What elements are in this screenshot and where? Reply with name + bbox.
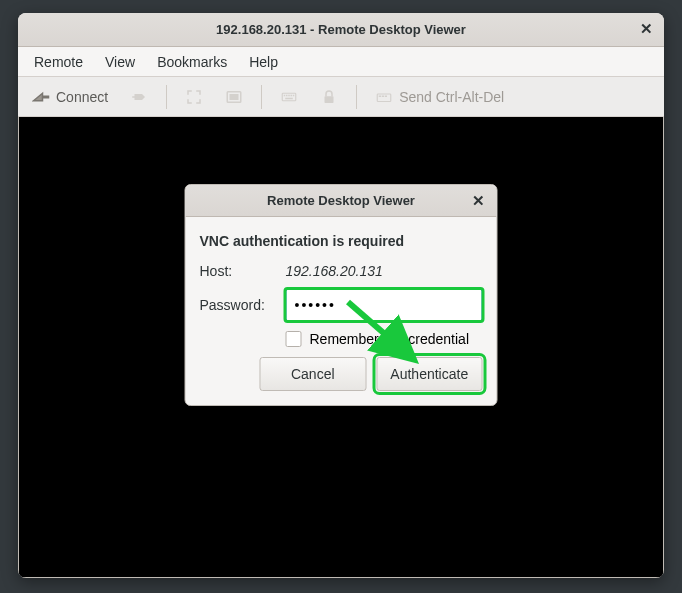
password-row: Password:	[200, 289, 483, 321]
authenticate-button[interactable]: Authenticate	[376, 357, 483, 391]
connect-label: Connect	[56, 89, 108, 105]
toolbar-separator-2	[261, 85, 262, 109]
svg-rect-0	[132, 96, 135, 98]
auth-dialog: Remote Desktop Viewer ✕ VNC authenticati…	[185, 184, 498, 406]
toolbar: Connect Send Ctrl-Alt-Del	[18, 77, 664, 117]
host-value: 192.168.20.131	[286, 263, 383, 279]
lock-button	[312, 84, 346, 110]
host-row: Host: 192.168.20.131	[200, 263, 483, 279]
toolbar-separator	[166, 85, 167, 109]
dialog-title: Remote Desktop Viewer	[267, 193, 415, 208]
menu-remote[interactable]: Remote	[24, 50, 93, 74]
svg-rect-10	[325, 96, 334, 103]
svg-rect-11	[377, 94, 391, 102]
send-cad-label: Send Ctrl-Alt-Del	[399, 89, 504, 105]
password-label: Password:	[200, 297, 286, 313]
dialog-close-button[interactable]: ✕	[469, 191, 489, 211]
window-titlebar: 192.168.20.131 - Remote Desktop Viewer ✕	[18, 13, 664, 47]
dialog-button-row: Cancel Authenticate	[260, 357, 483, 391]
connect-icon	[32, 88, 50, 106]
dialog-header: VNC authentication is required	[200, 233, 483, 249]
window-close-button[interactable]: ✕	[636, 19, 656, 39]
svg-rect-13	[382, 95, 384, 97]
fullscreen-button	[177, 84, 211, 110]
screenshot-button	[217, 84, 251, 110]
screenshot-icon	[225, 88, 243, 106]
svg-rect-14	[385, 95, 387, 97]
dialog-body: VNC authentication is required Host: 192…	[186, 217, 497, 405]
svg-rect-9	[285, 97, 293, 99]
svg-rect-5	[286, 94, 288, 96]
svg-rect-12	[379, 95, 381, 97]
svg-rect-3	[282, 93, 296, 101]
svg-rect-4	[284, 94, 286, 96]
svg-rect-7	[291, 94, 293, 96]
menu-help[interactable]: Help	[239, 50, 288, 74]
window-title: 192.168.20.131 - Remote Desktop Viewer	[216, 22, 466, 37]
disconnect-button	[122, 84, 156, 110]
menu-view[interactable]: View	[95, 50, 145, 74]
menu-bookmarks[interactable]: Bookmarks	[147, 50, 237, 74]
lock-icon	[320, 88, 338, 106]
dialog-titlebar: Remote Desktop Viewer ✕	[186, 185, 497, 217]
toolbar-separator-3	[356, 85, 357, 109]
send-cad-button: Send Ctrl-Alt-Del	[367, 84, 512, 110]
keyboard-button	[272, 84, 306, 110]
cancel-button[interactable]: Cancel	[260, 357, 367, 391]
svg-rect-8	[293, 94, 295, 96]
svg-rect-6	[288, 94, 290, 96]
remember-row: Remember this credential	[286, 331, 483, 347]
password-input[interactable]	[286, 289, 483, 321]
fullscreen-icon	[185, 88, 203, 106]
remember-label: Remember this credential	[310, 331, 470, 347]
close-icon: ✕	[472, 192, 485, 210]
host-label: Host:	[200, 263, 286, 279]
close-icon: ✕	[640, 20, 653, 38]
remember-checkbox[interactable]	[286, 331, 302, 347]
svg-rect-2	[230, 94, 239, 100]
connect-button[interactable]: Connect	[24, 84, 116, 110]
menubar: Remote View Bookmarks Help	[18, 47, 664, 77]
disconnect-icon	[130, 88, 148, 106]
send-cad-icon	[375, 88, 393, 106]
keyboard-icon	[280, 88, 298, 106]
